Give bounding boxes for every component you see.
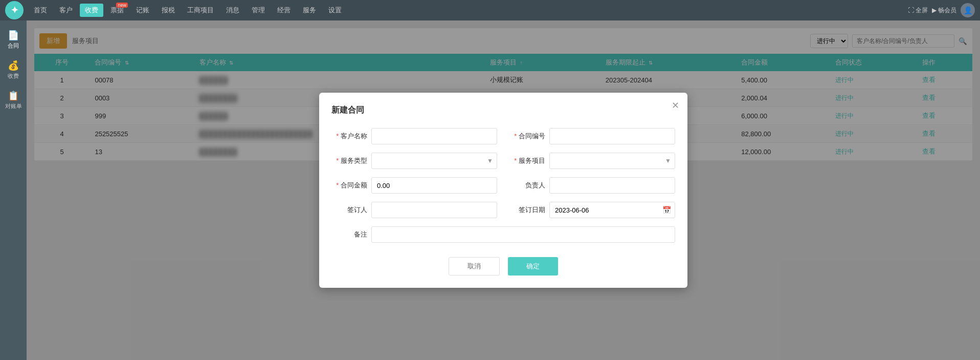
close-icon: ✕ xyxy=(672,100,679,111)
logo[interactable]: ✦ xyxy=(5,1,24,19)
form-row-responsible: 负责人 xyxy=(509,177,675,194)
service-type-select[interactable] xyxy=(371,153,497,169)
form-row-service-type: 服务类型 ▼ xyxy=(331,153,497,169)
nav-ticket[interactable]: 票据 new xyxy=(105,4,129,17)
sidebar-item-statement[interactable]: 📋 对账单 xyxy=(1,86,26,114)
fullscreen-icon: ⛶ xyxy=(908,7,914,14)
nav-settings[interactable]: 设置 xyxy=(323,4,347,17)
sidebar-item-billing[interactable]: 💰 收费 xyxy=(1,56,26,84)
signer-input[interactable] xyxy=(371,202,497,218)
member-icon: ▶ xyxy=(932,7,937,14)
modal-footer: 取消 确定 xyxy=(331,257,675,276)
fullscreen-button[interactable]: ⛶ 全屏 xyxy=(908,6,928,15)
nav-right: ⛶ 全屏 ▶ 畅会员 👤 xyxy=(908,3,975,17)
layout: 📄 合同 💰 收费 📋 对账单 新增 服务项目 进行中 已结束 全部 xyxy=(0,20,980,360)
contract-no-input[interactable] xyxy=(549,128,675,144)
form-row-sign-date: 签订日期 📅 xyxy=(509,202,675,218)
nav-message[interactable]: 消息 xyxy=(221,4,244,17)
service-item-label: 服务项目 xyxy=(509,156,545,165)
form-row-contract-no: 合同编号 xyxy=(509,128,675,144)
remark-label: 备注 xyxy=(331,230,367,239)
contract-icon: 📄 xyxy=(3,30,24,41)
signer-label: 签订人 xyxy=(331,205,367,215)
nav-items: 首页 客户 收费 票据 new 记账 报税 工商项目 消息 管理 经营 服务 设… xyxy=(29,4,908,17)
nav-invoice[interactable]: 收费 xyxy=(80,4,103,17)
contract-no-label: 合同编号 xyxy=(509,132,545,141)
nav-home[interactable]: 首页 xyxy=(29,4,52,17)
cancel-button[interactable]: 取消 xyxy=(449,257,500,276)
nav-bookkeeping[interactable]: 记账 xyxy=(131,4,154,17)
amount-input[interactable] xyxy=(371,177,497,194)
sign-date-label: 签订日期 xyxy=(509,205,545,215)
sidebar-item-contract[interactable]: 📄 合同 xyxy=(1,26,26,54)
client-name-label: 客户名称 xyxy=(331,132,367,141)
new-badge: new xyxy=(116,3,128,8)
service-item-select[interactable] xyxy=(549,153,675,169)
main-content: 新增 服务项目 进行中 已结束 全部 🔍 xyxy=(27,20,980,360)
remark-input[interactable] xyxy=(371,226,675,243)
responsible-label: 负责人 xyxy=(509,181,545,190)
sign-date-wrapper: 📅 xyxy=(549,202,675,218)
nav-operation[interactable]: 经营 xyxy=(272,4,296,17)
nav-client[interactable]: 客户 xyxy=(54,4,78,17)
nav-tax[interactable]: 报税 xyxy=(157,4,180,17)
nav-service[interactable]: 服务 xyxy=(298,4,321,17)
form-row-remark: 备注 xyxy=(331,226,675,243)
form-row-service-item: 服务项目 ▼ xyxy=(509,153,675,169)
form-row-amount: 合同金额 xyxy=(331,177,497,194)
billing-icon: 💰 xyxy=(3,60,24,71)
service-type-wrapper: ▼ xyxy=(371,153,497,169)
form-row-signer: 签订人 xyxy=(331,202,497,218)
modal-form: 客户名称 合同编号 服务类型 ▼ xyxy=(331,128,675,243)
nav-business[interactable]: 工商项目 xyxy=(182,4,219,17)
responsible-input[interactable] xyxy=(549,177,675,194)
confirm-button[interactable]: 确定 xyxy=(508,257,558,276)
new-contract-modal: 新建合同 ✕ 客户名称 合同编号 服务类型 xyxy=(319,93,687,288)
top-nav: ✦ 首页 客户 收费 票据 new 记账 报税 工商项目 消息 管理 经营 服务… xyxy=(0,0,980,20)
client-name-input[interactable] xyxy=(371,128,497,144)
form-row-client-name: 客户名称 xyxy=(331,128,497,144)
nav-manage[interactable]: 管理 xyxy=(247,4,270,17)
sign-date-input[interactable] xyxy=(549,202,675,218)
avatar[interactable]: 👤 xyxy=(961,3,975,17)
amount-label: 合同金额 xyxy=(331,181,367,190)
member-button[interactable]: ▶ 畅会员 xyxy=(932,6,956,15)
modal-title: 新建合同 xyxy=(331,105,675,116)
statement-icon: 📋 xyxy=(3,90,24,101)
modal-close-button[interactable]: ✕ xyxy=(672,100,679,111)
service-item-wrapper: ▼ xyxy=(549,153,675,169)
modal-overlay: 新建合同 ✕ 客户名称 合同编号 服务类型 xyxy=(27,20,980,360)
service-type-label: 服务类型 xyxy=(331,156,367,165)
sidebar: 📄 合同 💰 收费 📋 对账单 xyxy=(0,20,27,360)
